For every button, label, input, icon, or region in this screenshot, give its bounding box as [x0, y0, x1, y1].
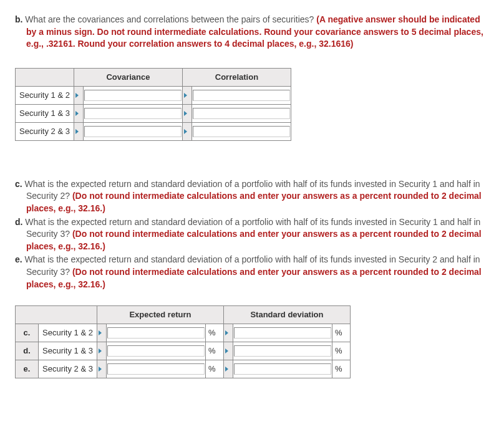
table-expected-return-stddev: Expected return Standard deviation c. Se…	[15, 305, 351, 378]
row-label: Security 1 & 2	[39, 324, 97, 342]
covariance-cell	[83, 86, 182, 104]
row-label: Security 1 & 3	[39, 342, 97, 360]
unit-percent: %	[205, 324, 223, 342]
covariance-input-13[interactable]	[84, 108, 182, 119]
question-c-text: c. What is the expected return and stand…	[15, 178, 489, 215]
table-row: e. Security 2 & 3 % %	[16, 360, 351, 378]
expected-return-cell	[106, 324, 205, 342]
question-e-text: e. What is the expected return and stand…	[15, 254, 489, 291]
table-row: d. Security 1 & 3 % %	[16, 342, 351, 360]
expected-return-cell	[106, 342, 205, 360]
input-marker-icon	[74, 122, 83, 140]
expected-return-input-e[interactable]	[107, 363, 205, 375]
correlation-input-23[interactable]	[193, 126, 290, 137]
correlation-input-12[interactable]	[193, 90, 290, 101]
unit-percent: %	[332, 324, 350, 342]
row-label: Security 1 & 2	[16, 86, 74, 104]
input-marker-icon	[223, 342, 233, 360]
unit-percent: %	[205, 360, 223, 378]
input-marker-icon	[97, 324, 106, 342]
question-b: b. What are the covariances and correlat…	[15, 14, 489, 50]
table-row: Security 1 & 3	[16, 104, 291, 122]
table-covariance-correlation: Covariance Correlation Security 1 & 2 Se…	[15, 68, 291, 141]
correlation-cell	[191, 104, 291, 122]
table-row: Security 1 & 2	[16, 86, 291, 104]
question-c-bold: (Do not round intermediate calculations …	[26, 191, 482, 213]
unit-percent: %	[332, 360, 350, 378]
input-marker-icon	[97, 342, 106, 360]
expected-return-input-d[interactable]	[107, 345, 205, 357]
stddev-input-c[interactable]	[234, 327, 331, 339]
expected-return-input-c[interactable]	[107, 327, 205, 339]
covariance-input-23[interactable]	[84, 126, 182, 137]
input-marker-icon	[182, 86, 191, 104]
stddev-cell	[233, 324, 332, 342]
col-header-correlation: Correlation	[182, 68, 291, 86]
input-marker-icon	[74, 104, 83, 122]
question-e-label: e.	[15, 254, 22, 264]
table-b-corner	[16, 68, 74, 86]
input-marker-icon	[223, 324, 233, 342]
stddev-cell	[233, 360, 332, 378]
row-letter: c.	[16, 324, 39, 342]
input-marker-icon	[182, 122, 191, 140]
correlation-cell	[191, 86, 291, 104]
input-marker-icon	[74, 86, 83, 104]
correlation-cell	[191, 122, 291, 140]
row-label: Security 1 & 3	[16, 104, 74, 122]
input-marker-icon	[182, 104, 191, 122]
correlation-input-13[interactable]	[193, 108, 290, 119]
question-b-prefix: What are the covariances and correlation…	[25, 14, 316, 24]
unit-percent: %	[205, 342, 223, 360]
row-label: Security 2 & 3	[39, 360, 97, 378]
question-b-text: b. What are the covariances and correlat…	[15, 14, 489, 50]
row-letter: e.	[16, 360, 39, 378]
table-cde-corner	[16, 306, 97, 324]
input-marker-icon	[223, 360, 233, 378]
col-header-expected-return: Expected return	[97, 306, 223, 324]
question-d-bold: (Do not round intermediate calculations …	[26, 229, 482, 251]
row-label: Security 2 & 3	[16, 122, 74, 140]
questions-cde-block: c. What is the expected return and stand…	[15, 178, 489, 291]
row-letter: d.	[16, 342, 39, 360]
stddev-input-e[interactable]	[234, 363, 331, 375]
question-d-label: d.	[15, 217, 22, 227]
expected-return-cell	[106, 360, 205, 378]
question-c-label: c.	[15, 179, 22, 189]
col-header-covariance: Covariance	[74, 68, 182, 86]
table-row: c. Security 1 & 2 % %	[16, 324, 351, 342]
covariance-input-12[interactable]	[84, 90, 182, 101]
question-b-label: b.	[15, 14, 22, 24]
col-header-standard-deviation: Standard deviation	[223, 306, 350, 324]
covariance-cell	[83, 104, 182, 122]
table-row: Security 2 & 3	[16, 122, 291, 140]
question-e-bold: (Do not round intermediate calculations …	[26, 267, 482, 289]
covariance-cell	[83, 122, 182, 140]
unit-percent: %	[332, 342, 350, 360]
question-d-text: d. What is the expected return and stand…	[15, 216, 489, 253]
stddev-cell	[233, 342, 332, 360]
input-marker-icon	[97, 360, 106, 378]
stddev-input-d[interactable]	[234, 345, 331, 357]
